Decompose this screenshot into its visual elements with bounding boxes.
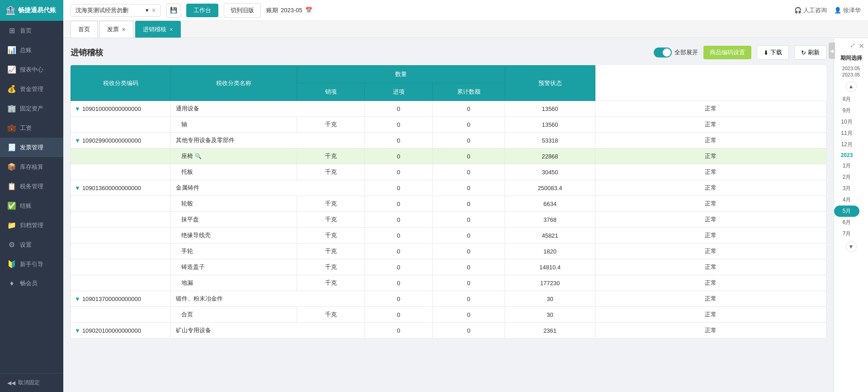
sidebar-item-report[interactable]: 📈 报表中心 [0, 60, 63, 79]
table-cell-name: 其他专用设备及零部件 [170, 133, 365, 148]
table-cell-warning: 正常 [595, 196, 826, 212]
ledger-icon: 📊 [7, 46, 16, 54]
workspace-button[interactable]: 工作台 [186, 4, 218, 17]
inventory-icon: 📦 [7, 163, 16, 171]
table-cell-sales: 0 [365, 180, 433, 196]
user-label: 徐泽华 [843, 6, 861, 14]
month-item[interactable]: 8月 [834, 94, 859, 105]
company-delete-icon[interactable]: ✕ [151, 7, 156, 14]
calendar-icon[interactable]: 📅 [305, 7, 312, 14]
sidebar-item-label: 资金管理 [20, 85, 43, 93]
user-btn[interactable]: 👤 徐泽华 [834, 6, 861, 14]
month-item[interactable]: 9月 [834, 105, 859, 116]
panel-down-btn[interactable]: ▼ [846, 241, 857, 252]
service-btn[interactable]: 🎧 人工咨询 [794, 6, 827, 14]
sidebar-item-home[interactable]: ⊞ 首页 [0, 21, 63, 40]
table-cell-cumulative: 45821 [505, 228, 595, 244]
tab-reconcile-label: 进销稽核 [143, 25, 166, 33]
month-item[interactable]: 1月 [834, 160, 859, 172]
month-item[interactable]: 6月 [834, 217, 859, 228]
sidebar-item-fixed[interactable]: 🏢 固定资产 [0, 99, 63, 118]
guide-icon: 🔰 [7, 260, 16, 268]
table-cell-code: ▼109013700000000000 [71, 291, 170, 307]
table-cell-name: 通用设备 [170, 101, 365, 117]
table-cell-name: 锻件、粉末冶金件 [170, 291, 365, 307]
table-cell-warning: 正常 [595, 291, 826, 307]
expand-panel-btn[interactable]: ⤢ [850, 42, 855, 49]
sidebar-item-invoice[interactable]: 🧾 发票管理 [0, 138, 63, 157]
table-cell-code [71, 275, 170, 291]
save-button[interactable]: 💾 [166, 3, 181, 18]
table-cell-sales: 0 [365, 148, 433, 164]
table-cell-sales: 0 [365, 323, 433, 339]
th-sales: 销项 [297, 83, 365, 101]
expand-all-toggle[interactable]: 全部展开 [654, 48, 698, 57]
table-cell-code [71, 228, 170, 244]
report-icon: 📈 [7, 65, 16, 74]
table-cell-purchase: 0 [433, 180, 505, 196]
sidebar-item-archive[interactable]: 📁 归档管理 [0, 215, 63, 235]
tax-icon: 📋 [7, 182, 16, 191]
panel-collapse-btn[interactable]: ◀ [829, 43, 835, 59]
tab-reconcile-close[interactable]: ✕ [169, 27, 173, 33]
table-cell-code [71, 212, 170, 228]
logo-icon: 🏦 [5, 5, 15, 15]
old-version-button[interactable]: 切到旧版 [224, 3, 261, 18]
service-label: 人工咨询 [803, 6, 827, 14]
panel-up-btn[interactable]: ▲ [846, 81, 857, 92]
refresh-icon: ↻ [801, 49, 806, 56]
month-item[interactable]: 7月 [834, 228, 859, 239]
tab-invoice-label: 发票 [107, 25, 119, 33]
month-item[interactable]: 12月 [834, 139, 859, 150]
sidebar-item-label: 首页 [20, 27, 32, 35]
product-code-button[interactable]: 商品编码设置 [703, 46, 751, 59]
month-item[interactable]: 5月 [834, 206, 859, 217]
sidebar-item-settings[interactable]: ⚙ 设置 [0, 235, 63, 254]
period-value: 2023-05 [281, 7, 302, 14]
month-item[interactable]: 10月 [834, 116, 859, 128]
table-cell-cumulative: 30 [505, 307, 595, 323]
table-cell-purchase: 0 [433, 117, 505, 133]
download-button[interactable]: ⬇ 下载 [757, 45, 789, 60]
period-year2: 2023.05 [834, 72, 868, 77]
table-cell-warning: 正常 [595, 164, 826, 180]
toggle-switch[interactable] [654, 48, 672, 57]
main-area: 沈海英测试经营勿删 ▾ ✕ 💾 工作台 切到旧版 账期 2023-05 📅 🎧 … [63, 0, 868, 392]
month-item[interactable]: 2月 [834, 172, 859, 183]
sidebar-item-guide[interactable]: 🔰 新手引导 [0, 254, 63, 274]
sidebar-item-settle[interactable]: ✅ 结账 [0, 196, 63, 215]
tab-invoice[interactable]: 发票 ✕ [99, 21, 133, 38]
sidebar-item-salary[interactable]: 💼 工资 [0, 118, 63, 138]
period-display: 账期 2023-05 📅 [266, 6, 312, 14]
tab-invoice-close[interactable]: ✕ [122, 27, 126, 33]
sidebar-unpin[interactable]: ◀◀ 取消固定 [0, 373, 63, 392]
table-cell-warning: 正常 [595, 323, 826, 339]
sidebar-item-inventory[interactable]: 📦 库存核算 [0, 157, 63, 177]
tab-home[interactable]: 首页 [71, 21, 98, 38]
tab-reconcile[interactable]: 进销稽核 ✕ [135, 21, 181, 38]
table-cell-cumulative: 30 [505, 291, 595, 307]
sidebar-item-label: 归档管理 [20, 221, 43, 229]
sidebar-item-label: 畅会员 [20, 279, 38, 287]
month-item[interactable]: 3月 [834, 183, 859, 194]
search-icon[interactable]: 🔍 [195, 153, 202, 159]
table-cell-sales: 0 [365, 228, 433, 244]
table-cell-warning: 正常 [595, 148, 826, 164]
sidebar-item-tax[interactable]: 📋 税务管理 [0, 177, 63, 196]
refresh-button[interactable]: ↻ 刷新 [794, 45, 826, 60]
table-cell-unit: 千克 [297, 228, 365, 244]
table-cell-purchase: 0 [433, 196, 505, 212]
month-list: 8月9月10月11月12月20231月2月3月4月5月6月7月 [834, 94, 868, 239]
sidebar-item-ledger[interactable]: 📊 总账 [0, 40, 63, 60]
sidebar-item-member[interactable]: ♦ 畅会员 [0, 274, 63, 293]
table-cell-warning: 正常 [595, 212, 826, 228]
month-item[interactable]: 11月 [834, 128, 859, 139]
table-cell-name: 合页 [170, 307, 297, 323]
month-item[interactable]: 4月 [834, 194, 859, 206]
close-panel-btn[interactable]: ✕ [859, 42, 864, 50]
table-cell-cumulative: 14810.4 [505, 259, 595, 275]
sidebar-item-fund[interactable]: 💰 资金管理 [0, 79, 63, 99]
period-label: 账期 [266, 6, 278, 14]
company-selector[interactable]: 沈海英测试经营勿删 ▾ ✕ [71, 4, 161, 17]
table-cell-code: ▼109029900000000000 [71, 133, 170, 148]
